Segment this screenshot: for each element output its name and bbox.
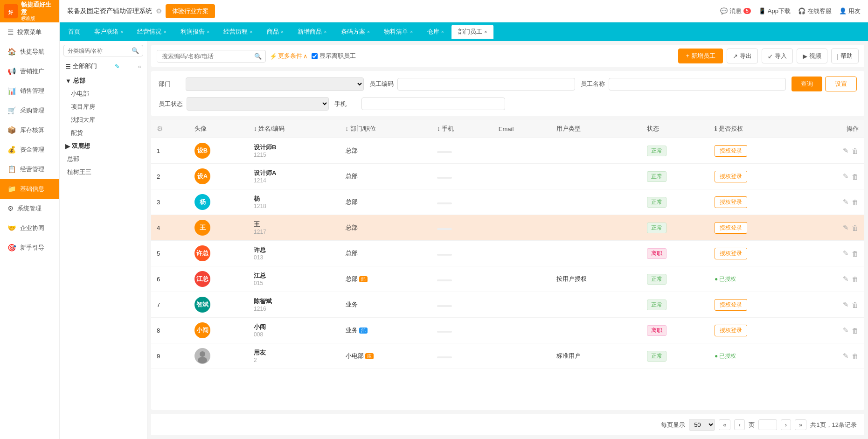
edit-btn[interactable]: ✎ bbox=[843, 198, 849, 206]
auth-btn[interactable]: 授权登录 bbox=[715, 196, 747, 208]
sidebar-item-purchase[interactable]: 🛒 采购管理 bbox=[0, 101, 59, 120]
sidebar-item-sales[interactable]: 📊 销售管理 bbox=[0, 81, 59, 101]
tree-parent-shuanglu[interactable]: ▶ 双鹿想 bbox=[63, 139, 143, 153]
delete-btn[interactable]: 🗑 bbox=[852, 172, 859, 181]
trial-btn[interactable]: 体验行业方案 bbox=[166, 4, 215, 18]
export-btn[interactable]: ↗ 导出 bbox=[727, 49, 758, 63]
delete-btn[interactable]: 🗑 bbox=[852, 198, 859, 206]
row-auth[interactable]: 授权登录 bbox=[709, 215, 805, 241]
import-btn[interactable]: ↙ 导入 bbox=[762, 49, 793, 63]
auth-btn[interactable]: 授权登录 bbox=[715, 145, 747, 157]
sidebar-item-ops[interactable]: 📋 经营管理 bbox=[0, 160, 59, 179]
edit-btn[interactable]: ✎ bbox=[843, 146, 849, 155]
auth-btn[interactable]: 授权登录 bbox=[715, 325, 747, 336]
edit-btn[interactable]: ✎ bbox=[843, 300, 849, 309]
help-btn[interactable]: | 帮助 bbox=[831, 49, 859, 63]
tab-customer[interactable]: 客户联络 × bbox=[88, 25, 130, 39]
close-icon[interactable]: × bbox=[324, 29, 326, 35]
delete-btn[interactable]: 🗑 bbox=[852, 249, 859, 258]
next-page-btn[interactable]: › bbox=[781, 419, 791, 430]
tab-history[interactable]: 经营历程 × bbox=[217, 25, 259, 39]
edit-btn[interactable]: ✎ bbox=[843, 352, 849, 360]
view-btn[interactable]: ▶ 视频 bbox=[797, 49, 827, 63]
dept-select[interactable] bbox=[186, 77, 364, 91]
page-input[interactable]: 1 bbox=[758, 419, 777, 430]
tree-child-shenyang[interactable]: 沈阳大库 bbox=[63, 113, 143, 126]
tab-employee[interactable]: 部门员工 × bbox=[451, 25, 493, 39]
edit-btn[interactable]: ✎ bbox=[843, 172, 849, 181]
emp-name-input[interactable] bbox=[609, 78, 786, 91]
col-phone[interactable]: ↕ 手机 bbox=[431, 120, 493, 138]
tree-child-xiangmu[interactable]: 项目库房 bbox=[63, 100, 143, 113]
tree-parent-zongbu[interactable]: ▼ 总部 bbox=[63, 74, 143, 87]
tree-child-peihuo[interactable]: 配货 bbox=[63, 126, 143, 139]
delete-btn[interactable]: 🗑 bbox=[852, 326, 859, 334]
tree-leaf-zongbu[interactable]: 总部 bbox=[63, 153, 143, 166]
last-page-btn[interactable]: » bbox=[795, 419, 806, 430]
sidebar-item-marketing[interactable]: 📢 营销推广 bbox=[0, 62, 59, 81]
sidebar-item-nav[interactable]: 🏠 快捷导航 bbox=[0, 42, 59, 62]
sidebar-item-guide[interactable]: 🎯 新手引导 bbox=[0, 238, 59, 258]
sidebar-item-collab[interactable]: 🤝 企业协同 bbox=[0, 218, 59, 238]
tree-child-xiaodianbu[interactable]: 小电部 bbox=[63, 87, 143, 100]
delete-btn[interactable]: 🗑 bbox=[852, 275, 859, 283]
edit-btn[interactable]: ✎ bbox=[843, 249, 849, 258]
more-conditions-btn[interactable]: ⚡ 更多条件 ∧ bbox=[270, 52, 308, 60]
tab-barcode[interactable]: 条码方案 × bbox=[334, 25, 376, 39]
close-icon[interactable]: × bbox=[484, 29, 487, 35]
app-download-btn[interactable]: 📱 App下载 bbox=[758, 7, 791, 15]
sidebar-item-search[interactable]: ☰ 搜索菜单 bbox=[0, 22, 59, 42]
auth-btn[interactable]: 授权登录 bbox=[715, 299, 747, 311]
edit-btn[interactable]: ✎ bbox=[843, 326, 849, 334]
search-btn[interactable]: 🔍 bbox=[250, 50, 265, 62]
tab-goods[interactable]: 商品 × bbox=[260, 25, 290, 39]
search-box[interactable]: 🔍 bbox=[157, 50, 266, 63]
delete-btn[interactable]: 🗑 bbox=[852, 223, 859, 232]
sidebar-item-system[interactable]: ⚙ 系统管理 bbox=[0, 199, 59, 218]
tree-edit-icon[interactable]: ✎ bbox=[115, 63, 120, 70]
close-icon[interactable]: × bbox=[441, 29, 444, 35]
close-icon[interactable]: × bbox=[367, 29, 370, 35]
emp-status-select[interactable] bbox=[187, 97, 329, 111]
tree-collapse-icon[interactable]: « bbox=[138, 63, 141, 70]
add-employee-btn[interactable]: + 新增员工 bbox=[678, 49, 722, 63]
tree-leaf-zhishu[interactable]: 植树王三 bbox=[63, 166, 143, 179]
close-icon[interactable]: × bbox=[250, 29, 252, 35]
user-btn[interactable]: 👤 用友 bbox=[839, 7, 861, 15]
emp-code-input[interactable] bbox=[397, 78, 575, 91]
show-resigned-checkbox[interactable]: 显示离职员工 bbox=[312, 52, 356, 60]
prev-page-btn[interactable]: ‹ bbox=[734, 419, 744, 430]
page-size-select[interactable]: 50 100 bbox=[689, 419, 715, 431]
close-icon[interactable]: × bbox=[163, 29, 166, 35]
col-name[interactable]: ↕ 姓名/编码 bbox=[248, 120, 340, 138]
row-auth[interactable]: 授权登录 bbox=[709, 318, 805, 343]
topbar-settings-icon[interactable]: ⚙ bbox=[156, 7, 162, 15]
auth-btn[interactable]: 授权登录 bbox=[715, 248, 747, 259]
row-auth[interactable]: 授权登录 bbox=[709, 241, 805, 266]
first-page-btn[interactable]: « bbox=[719, 419, 730, 430]
edit-btn[interactable]: ✎ bbox=[843, 223, 849, 232]
tree-search-input[interactable] bbox=[68, 48, 130, 54]
tab-new-goods[interactable]: 新增商品 × bbox=[291, 25, 333, 39]
delete-btn[interactable]: 🗑 bbox=[852, 146, 859, 155]
search-input[interactable] bbox=[157, 50, 250, 62]
close-icon[interactable]: × bbox=[120, 29, 123, 35]
delete-btn[interactable]: 🗑 bbox=[852, 352, 859, 360]
sidebar-item-finance[interactable]: 💰 资金管理 bbox=[0, 140, 59, 160]
set-btn[interactable]: 设置 bbox=[825, 77, 857, 91]
tree-root-label[interactable]: ☰ 全部部门 bbox=[65, 62, 97, 70]
auth-btn[interactable]: 授权登录 bbox=[715, 222, 747, 234]
msg-btn[interactable]: 💬 消息 5 bbox=[720, 7, 751, 15]
phone-input[interactable] bbox=[361, 98, 505, 110]
close-icon[interactable]: × bbox=[410, 29, 413, 35]
tree-search-box[interactable]: 🔍 bbox=[63, 45, 143, 56]
row-auth[interactable]: 授权登录 bbox=[709, 164, 805, 189]
delete-btn[interactable]: 🗑 bbox=[852, 300, 859, 309]
close-icon[interactable]: × bbox=[281, 29, 284, 35]
row-auth[interactable]: 授权登录 bbox=[709, 292, 805, 318]
row-auth[interactable]: 授权登录 bbox=[709, 138, 805, 164]
tab-warehouse[interactable]: 仓库 × bbox=[421, 25, 451, 39]
auth-btn[interactable]: 授权登录 bbox=[715, 171, 747, 182]
row-auth[interactable]: 授权登录 bbox=[709, 189, 805, 215]
edit-btn[interactable]: ✎ bbox=[843, 275, 849, 283]
